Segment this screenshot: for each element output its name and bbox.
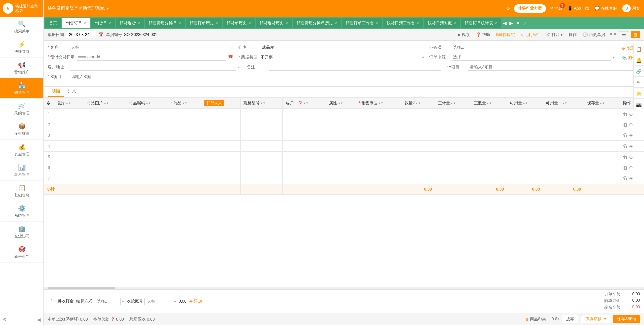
col-stock[interactable]: 现存量 ▲▼ xyxy=(584,98,620,109)
row-avail-qty2[interactable] xyxy=(543,109,584,119)
row-attr[interactable] xyxy=(326,162,356,173)
row-goods[interactable] xyxy=(168,173,201,184)
row-avail-qty2[interactable] xyxy=(543,162,584,173)
col-goods[interactable]: * 商品 ▲▼ xyxy=(168,98,201,109)
invoice-type-dropdown-icon[interactable]: ▾ xyxy=(422,55,424,60)
row-avail-qty[interactable] xyxy=(507,152,543,162)
help-button[interactable]: ❓ 帮助 xyxy=(474,31,492,38)
user-menu-button[interactable]: U 用友 xyxy=(622,4,640,12)
sidebar-item-inventory[interactable]: 📦 库存核算 xyxy=(0,119,43,140)
row-image[interactable] xyxy=(84,130,126,141)
one-click-check[interactable] xyxy=(48,299,52,303)
tab-next-button[interactable]: ▶ xyxy=(508,20,515,26)
delete-row-icon[interactable]: 🗑 xyxy=(623,111,628,117)
col-settings[interactable]: ⚙ xyxy=(44,98,54,109)
col-customer-code[interactable]: 客户... ❓ ▲▼ xyxy=(282,98,326,109)
row-attr[interactable] xyxy=(326,141,356,152)
row-spec[interactable] xyxy=(240,109,282,119)
tab-return-history[interactable]: 销货退货历史 ✕ xyxy=(256,18,292,28)
copy-row-icon[interactable]: ⊕ xyxy=(629,133,633,138)
online-service-button[interactable]: 💬 在线客服 xyxy=(595,6,617,11)
tab-order-stats[interactable]: 销售订单统计表 ✕ xyxy=(461,18,501,28)
rp-icon-1[interactable]: 📋 xyxy=(633,44,644,54)
delete-row-icon[interactable]: 🗑 xyxy=(623,165,628,170)
sidebar-item-enterprise[interactable]: 🏢 企业协同 xyxy=(0,222,43,242)
layout-list-button[interactable]: ☰ xyxy=(619,31,629,38)
col-avail-qty2[interactable]: 可用量... ▲▼ xyxy=(543,98,584,109)
scroll-thumb[interactable] xyxy=(48,287,115,289)
row-qty2[interactable] xyxy=(402,141,435,152)
row-image[interactable] xyxy=(84,109,126,119)
row-code[interactable] xyxy=(126,162,168,173)
tab-sales-order-history[interactable]: 销售订单历史 ✕ xyxy=(186,18,222,28)
tab-order-workbench[interactable]: 销售订单工作台 ✕ xyxy=(342,18,382,28)
add-button[interactable]: ⊕ 添加 xyxy=(189,298,202,304)
tab-close-icon[interactable]: ✕ xyxy=(453,21,456,25)
row-avail-qty[interactable] xyxy=(507,109,543,119)
row-warehouse[interactable] xyxy=(54,130,84,141)
row-stock[interactable] xyxy=(584,130,620,141)
copy-row-icon[interactable]: ⊕ xyxy=(629,122,633,127)
row-avail-qty2[interactable] xyxy=(543,130,584,141)
row-avail-qty[interactable] xyxy=(507,173,543,184)
col-attr[interactable]: 属性 ▲▼ xyxy=(326,98,356,109)
tab-sales-slip-history[interactable]: 销货单历史 ✕ xyxy=(223,18,255,28)
copy-row-icon[interactable]: ⊕ xyxy=(629,111,633,117)
sidebar-item-search[interactable]: 🔍 搜索菜单 xyxy=(0,17,43,37)
profit-button[interactable]: ○ 毛利预估 xyxy=(519,31,542,38)
row-main-qty[interactable] xyxy=(471,152,507,162)
row-code[interactable] xyxy=(126,173,168,184)
row-stock[interactable] xyxy=(584,119,620,130)
sidebar-item-marketing[interactable]: 📢 营销推广 xyxy=(0,58,43,78)
row-customer-code[interactable] xyxy=(282,173,326,184)
row-qty2[interactable] xyxy=(402,162,435,173)
col-unit[interactable]: * 销售单位 ▲▼ xyxy=(356,98,402,109)
row-spec[interactable] xyxy=(240,141,282,152)
row-image[interactable] xyxy=(84,173,126,184)
rp-icon-6[interactable]: 📸 xyxy=(633,99,644,110)
rp-icon-2[interactable]: 🔔 xyxy=(633,55,644,66)
tab-close-icon[interactable]: ✕ xyxy=(83,21,86,25)
col-main-qty[interactable]: 主数量 ▲▼ xyxy=(471,98,507,109)
trial-button[interactable]: 体验行业方案 xyxy=(514,4,546,13)
save-draft-button[interactable]: 保存草稿 ▾ xyxy=(581,315,610,323)
tab-home[interactable]: 首页 xyxy=(45,18,61,28)
save-new-button[interactable]: 保存&新增 xyxy=(613,315,640,323)
salesman-dots-button[interactable]: ··· xyxy=(611,45,615,50)
tab-close-icon[interactable]: ✕ xyxy=(108,21,111,25)
rp-icon-3[interactable]: 🔗 xyxy=(633,66,644,77)
row-stock[interactable] xyxy=(584,173,620,184)
row-stock[interactable] xyxy=(584,162,620,173)
shortcut-button[interactable]: ⌨ 快捷键 xyxy=(494,31,517,38)
customer-input[interactable] xyxy=(70,44,228,51)
row-warehouse[interactable] xyxy=(54,152,84,162)
row-avail-qty[interactable] xyxy=(507,130,543,141)
row-code[interactable] xyxy=(126,119,168,130)
view-video-button[interactable]: ▶ 视频 xyxy=(456,31,472,38)
row-main-qty[interactable] xyxy=(471,162,507,173)
order-source-dropdown-icon[interactable]: ▾ xyxy=(613,55,615,60)
row-attr[interactable] xyxy=(326,119,356,130)
row-unit[interactable] xyxy=(356,162,402,173)
tab-detail[interactable]: 明细 xyxy=(48,87,64,97)
print-dropdown-icon[interactable]: ▾ xyxy=(561,32,563,37)
system-name-dropdown-icon[interactable]: ▾ xyxy=(107,6,109,11)
tab-close-icon[interactable]: ✕ xyxy=(494,21,497,25)
row-warehouse[interactable] xyxy=(54,141,84,152)
tab-prev-button[interactable]: ◀ xyxy=(502,20,508,26)
row-main-qty[interactable] xyxy=(471,173,507,184)
tab-summary[interactable]: 汇总 xyxy=(64,87,80,97)
tab-sales-slip[interactable]: 销货单 ✕ xyxy=(91,18,115,28)
row-stock[interactable] xyxy=(584,109,620,119)
collapse-icon[interactable]: ◀ xyxy=(37,317,41,322)
row-qty2[interactable] xyxy=(402,109,435,119)
delivery-date-input[interactable] xyxy=(77,54,226,61)
row-main-qty[interactable] xyxy=(471,109,507,119)
address-dots-button[interactable]: ··· xyxy=(238,65,241,70)
row-stock[interactable] xyxy=(584,141,620,152)
row-main-qty[interactable] xyxy=(471,119,507,130)
row-customer-code[interactable] xyxy=(282,141,326,152)
message-button[interactable]: ✉ 消息 9 xyxy=(550,6,562,11)
warehouse-dots-button[interactable]: ··· xyxy=(421,45,424,50)
gear-button[interactable]: ⚙ xyxy=(506,5,510,12)
